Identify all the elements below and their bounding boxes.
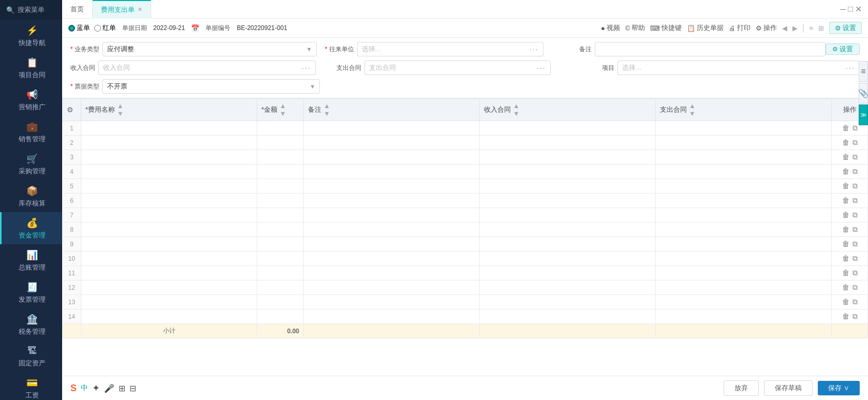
operate-btn[interactable]: ⚙ 操作 <box>756 23 777 33</box>
copy-icon-2[interactable]: ⧉ <box>852 138 858 147</box>
cell-expense-name-7[interactable] <box>81 208 257 223</box>
delete-icon-7[interactable]: 🗑 <box>842 211 849 219</box>
window-close-btn[interactable]: ✕ <box>855 4 862 14</box>
icon-dot[interactable]: ✦ <box>92 382 100 394</box>
sidebar-search[interactable]: 🔍 搜索菜单 <box>0 0 62 20</box>
expense-contract-input[interactable]: 支出合同 ··· <box>364 61 551 75</box>
sidebar-item-fixed-assets[interactable]: 🏗 固定资产 <box>0 340 62 372</box>
delete-icon-13[interactable]: 🗑 <box>842 298 849 306</box>
cell-expense-contract-7[interactable] <box>656 208 832 223</box>
cell-expense-contract-4[interactable] <box>656 165 832 179</box>
cell-amount-3[interactable] <box>257 150 304 165</box>
partner-input[interactable]: 选择... ··· <box>357 42 543 56</box>
cell-remark-10[interactable] <box>304 251 480 266</box>
invoice-type-input[interactable]: 不开票 ▼ <box>102 79 320 94</box>
cell-expense-name-3[interactable] <box>81 150 257 165</box>
cell-income-contract-13[interactable] <box>480 295 656 309</box>
copy-icon-3[interactable]: ⧉ <box>852 153 858 161</box>
copy-icon-14[interactable]: ⧉ <box>852 312 858 321</box>
copy-icon-7[interactable]: ⧉ <box>852 211 858 219</box>
sidebar-item-capital-mgmt[interactable]: 💰 资金管理 <box>0 212 62 244</box>
cell-amount-7[interactable] <box>257 208 304 223</box>
cell-expense-name-4[interactable] <box>81 165 257 179</box>
delete-icon-8[interactable]: 🗑 <box>842 225 849 234</box>
cell-remark-3[interactable] <box>304 150 480 165</box>
cell-remark-11[interactable] <box>304 266 480 280</box>
cell-expense-name-6[interactable] <box>81 194 257 208</box>
cell-amount-9[interactable] <box>257 237 304 251</box>
sidebar-item-salary[interactable]: 💳 工资 <box>0 372 62 400</box>
cell-amount-10[interactable] <box>257 251 304 266</box>
cell-income-contract-11[interactable] <box>480 266 656 280</box>
cell-amount-12[interactable] <box>257 280 304 295</box>
icon-zhong[interactable]: 中 <box>81 383 88 393</box>
remark-input[interactable] <box>595 42 826 56</box>
copy-icon-9[interactable]: ⧉ <box>852 240 858 248</box>
copy-icon-11[interactable]: ⧉ <box>852 269 858 277</box>
blue-single-radio[interactable]: 蓝单 <box>68 23 90 33</box>
sidebar-item-inventory[interactable]: 📦 库存核算 <box>0 180 62 212</box>
delete-icon-12[interactable]: 🗑 <box>842 283 849 292</box>
cell-expense-name-2[interactable] <box>81 136 257 150</box>
cell-amount-14[interactable] <box>257 309 304 324</box>
th-remark[interactable]: 备注 ▲▼ <box>304 99 480 121</box>
copy-icon-12[interactable]: ⧉ <box>852 283 858 292</box>
cell-income-contract-7[interactable] <box>480 208 656 223</box>
delete-icon-2[interactable]: 🗑 <box>842 138 849 147</box>
cell-income-contract-12[interactable] <box>480 280 656 295</box>
print-btn[interactable]: 🖨 打印 <box>729 23 751 33</box>
settings-btn[interactable]: ⚙ 设置 <box>829 22 862 34</box>
cell-amount-4[interactable] <box>257 165 304 179</box>
cell-remark-13[interactable] <box>304 295 480 309</box>
cell-amount-2[interactable] <box>257 136 304 150</box>
save-draft-button[interactable]: 保存草稿 <box>764 380 813 396</box>
cell-expense-contract-13[interactable] <box>656 295 832 309</box>
cell-amount-11[interactable] <box>257 266 304 280</box>
copy-icon-13[interactable]: ⧉ <box>852 298 858 306</box>
cell-expense-contract-3[interactable] <box>656 150 832 165</box>
delete-icon-1[interactable]: 🗑 <box>842 124 849 132</box>
cell-income-contract-14[interactable] <box>480 309 656 324</box>
th-settings[interactable]: ⚙ <box>63 99 81 121</box>
cell-expense-name-8[interactable] <box>81 223 257 237</box>
cell-expense-name-9[interactable] <box>81 237 257 251</box>
cell-remark-12[interactable] <box>304 280 480 295</box>
cell-expense-contract-6[interactable] <box>656 194 832 208</box>
window-max-btn[interactable]: □ <box>848 5 853 14</box>
icon-mic[interactable]: 🎤 <box>104 383 114 393</box>
discard-button[interactable]: 放弃 <box>724 380 759 396</box>
cell-expense-name-5[interactable] <box>81 179 257 194</box>
cell-expense-contract-10[interactable] <box>656 251 832 266</box>
cell-income-contract-3[interactable] <box>480 150 656 165</box>
copy-icon-4[interactable]: ⧉ <box>852 167 858 176</box>
cell-amount-5[interactable] <box>257 179 304 194</box>
cell-income-contract-2[interactable] <box>480 136 656 150</box>
sidebar-item-marketing[interactable]: 📢 营销推广 <box>0 84 62 116</box>
cell-remark-4[interactable] <box>304 165 480 179</box>
income-contract-input[interactable]: 收入合同 ··· <box>98 61 316 75</box>
cell-income-contract-10[interactable] <box>480 251 656 266</box>
shortcuts-btn[interactable]: ⌨ 快捷键 <box>650 23 682 33</box>
help-btn[interactable]: © 帮助 <box>625 23 645 33</box>
settings-btn-2[interactable]: ⚙ 设置 <box>826 43 860 55</box>
cell-remark-7[interactable] <box>304 208 480 223</box>
delete-icon-9[interactable]: 🗑 <box>842 240 849 248</box>
th-expense-contract[interactable]: 支出合同 ▲▼ <box>656 99 832 121</box>
tab-close-expense-form[interactable]: ✕ <box>138 6 142 13</box>
cell-income-contract-5[interactable] <box>480 179 656 194</box>
cell-income-contract-4[interactable] <box>480 165 656 179</box>
cell-amount-1[interactable] <box>257 121 304 136</box>
icon-grid[interactable]: ⊟ <box>129 383 136 393</box>
cell-remark-2[interactable] <box>304 136 480 150</box>
cell-expense-name-10[interactable] <box>81 251 257 266</box>
delete-icon-6[interactable]: 🗑 <box>842 196 849 205</box>
tab-expense-form[interactable]: 费用支出单✕ <box>93 0 151 19</box>
biz-type-input[interactable]: 应付调整 ▼ <box>102 42 317 56</box>
calendar-icon[interactable]: 📅 <box>191 24 199 32</box>
cell-expense-name-1[interactable] <box>81 121 257 136</box>
sidebar-item-sales-mgmt[interactable]: 💼 销售管理 <box>0 116 62 148</box>
cell-expense-contract-11[interactable] <box>656 266 832 280</box>
delete-icon-5[interactable]: 🗑 <box>842 182 849 190</box>
cell-amount-6[interactable] <box>257 194 304 208</box>
edge-btn-1[interactable]: ≡ <box>859 61 868 82</box>
